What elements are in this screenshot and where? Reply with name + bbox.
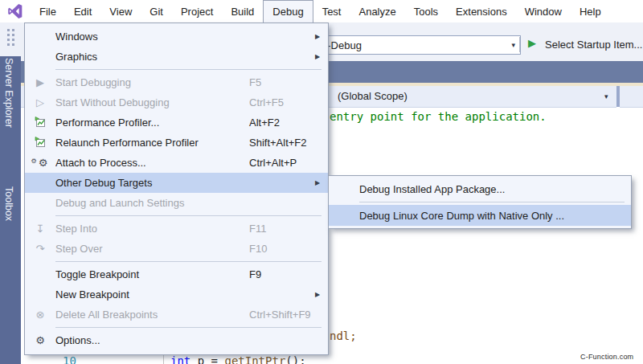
submenu-arrow-icon: ▶ xyxy=(315,179,328,186)
menu-item-start-debugging: ▶ Start Debugging F5 xyxy=(25,72,328,92)
gear-icon: ⚙ xyxy=(25,335,55,346)
menu-test[interactable]: Test xyxy=(313,0,350,22)
menu-item-step-over: ↷ Step Over F10 xyxy=(25,239,328,259)
menu-item-new-breakpoint[interactable]: New Breakpoint ▶ xyxy=(25,284,328,305)
line-number: 10 xyxy=(63,354,76,364)
performance-profiler-icon xyxy=(25,137,55,149)
step-into-icon: ↧ xyxy=(25,223,55,234)
menu-build[interactable]: Build xyxy=(222,0,263,22)
performance-profiler-icon xyxy=(25,117,55,129)
toolbar-separator xyxy=(519,37,520,52)
grip-dots-icon xyxy=(7,29,10,31)
code-comment: entry point for the application. xyxy=(330,110,547,123)
menu-item-graphics[interactable]: Graphics ▶ xyxy=(25,47,328,67)
menu-analyze[interactable]: Analyze xyxy=(350,0,404,22)
code-endl-fragment: ndl; xyxy=(330,329,357,342)
menu-debug[interactable]: Debug xyxy=(263,0,313,22)
menu-item-options[interactable]: ⚙ Options... xyxy=(25,330,328,350)
menu-item-step-into: ↧ Step Into F11 xyxy=(25,219,328,239)
menu-item-attach-to-process[interactable]: ⚙⚙ Attach to Process... Ctrl+Alt+P xyxy=(25,153,328,173)
code-operator: = xyxy=(211,354,225,364)
play-outline-icon: ▷ xyxy=(25,97,55,108)
menu-tools[interactable]: Tools xyxy=(405,0,447,22)
select-startup-item-button[interactable]: Select Startup Item... xyxy=(545,39,642,51)
delete-breakpoints-icon: ⊗ xyxy=(25,309,55,320)
menu-git[interactable]: Git xyxy=(141,0,172,22)
menu-edit[interactable]: Edit xyxy=(65,0,100,22)
submenu-arrow-icon: ▶ xyxy=(315,33,328,40)
menu-item-start-without-debugging: ▷ Start Without Debugging Ctrl+F5 xyxy=(25,92,328,112)
menu-separator xyxy=(55,327,322,328)
code-keyword: int xyxy=(170,354,190,364)
code-tail: (); xyxy=(285,354,305,364)
play-filled-icon: ▶ xyxy=(25,77,55,88)
submenu-arrow-icon: ▶ xyxy=(315,291,328,298)
code-variable: p xyxy=(190,354,211,364)
chevron-down-icon: ▾ xyxy=(511,41,515,49)
menu-item-other-debug-targets[interactable]: Other Debug Targets ▶ xyxy=(25,173,328,193)
vs-window: Linux-GCC-Debug ▾ ▶ Select Startup Item.… xyxy=(0,0,643,364)
menu-project[interactable]: Project xyxy=(172,0,222,22)
menu-item-performance-profiler[interactable]: Performance Profiler... Alt+F2 xyxy=(25,112,328,133)
menu-item-debug-installed-app-package[interactable]: Debug Installed App Package... xyxy=(329,178,631,199)
watermark: C-Function.com xyxy=(580,353,633,361)
rail-top-strip xyxy=(0,22,21,56)
step-over-icon: ↷ xyxy=(25,243,55,254)
tool-window-rail: Server Explorer Toolbox xyxy=(0,22,21,364)
menu-file[interactable]: File xyxy=(31,0,65,22)
menu-extensions[interactable]: Extensions xyxy=(447,0,516,22)
menu-separator xyxy=(55,215,322,216)
menu-separator xyxy=(55,261,322,262)
navigation-bar-right xyxy=(620,86,643,108)
menu-item-toggle-breakpoint[interactable]: Toggle Breakpoint F9 xyxy=(25,264,328,284)
menu-window[interactable]: Window xyxy=(516,0,571,22)
menu-item-debug-and-launch-settings: Debug and Launch Settings xyxy=(25,193,328,213)
menu-item-windows[interactable]: Windows ▶ xyxy=(25,27,328,47)
menu-help[interactable]: Help xyxy=(571,0,610,22)
menu-view[interactable]: View xyxy=(100,0,141,22)
visual-studio-logo-icon xyxy=(0,0,31,22)
code-line: int p = getIntPtr(); xyxy=(170,354,306,364)
sidebar-tab-toolbox[interactable]: Toolbox xyxy=(3,186,14,221)
start-debug-play-icon[interactable]: ▶ xyxy=(528,37,536,49)
menu-item-delete-all-breakpoints: ⊗ Delete All Breakpoints Ctrl+Shift+F9 xyxy=(25,305,328,325)
code-function: getIntPtr xyxy=(224,354,285,364)
gears-icon: ⚙⚙ xyxy=(25,157,55,168)
debug-menu: Windows ▶ Graphics ▶ ▶ Start Debugging F… xyxy=(24,22,329,355)
other-debug-targets-submenu: Debug Installed App Package... Debug Lin… xyxy=(328,175,632,229)
menu-item-debug-linux-core-dump[interactable]: Debug Linux Core Dump with Native Only .… xyxy=(329,205,631,226)
editor-gutter-line xyxy=(163,354,164,364)
chevron-down-icon[interactable]: ▾ xyxy=(604,92,608,100)
scope-dropdown[interactable]: (Global Scope) xyxy=(338,90,408,102)
menu-bar: File Edit View Git Project Build Debug T… xyxy=(0,0,643,22)
menu-item-relaunch-performance-profiler[interactable]: Relaunch Performance Profiler Shift+Alt+… xyxy=(25,133,328,153)
menu-separator xyxy=(55,69,322,70)
submenu-arrow-icon: ▶ xyxy=(315,53,328,60)
menu-separator xyxy=(359,202,625,202)
sidebar-tab-server-explorer[interactable]: Server Explorer xyxy=(3,58,14,128)
